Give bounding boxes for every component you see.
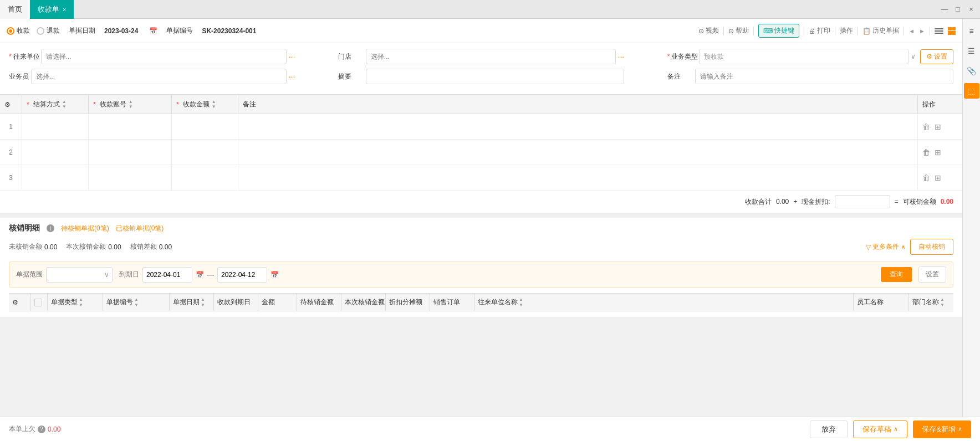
delete-btn-1[interactable]: 🗑	[922, 122, 930, 131]
bottom-th-dept: 部门名称 ▲▼	[909, 294, 953, 311]
done-tab[interactable]: 已核销单据(0笔)	[116, 224, 164, 233]
history-btn[interactable]: 📋 历史单据	[862, 26, 899, 35]
date-value: 2023-03-24	[104, 27, 138, 35]
date-from-input[interactable]	[142, 267, 192, 283]
main-content: 收款 退款 单据日期 2023-03-24 📅 单据编号 SK-20230324…	[0, 19, 962, 417]
tab-home[interactable]: 首页	[0, 0, 30, 19]
list-view-icon[interactable]	[935, 27, 943, 35]
sort-date-icon: ▲▼	[201, 297, 205, 307]
footer-btns: 放弃 保存草稿 ∧ 保存&新增 ∧	[810, 421, 971, 438]
bottom-th-pending: 待核销金额	[297, 294, 341, 311]
panel-btn-2[interactable]: ☰	[964, 43, 979, 59]
auto-verify-btn[interactable]: 自动核销	[910, 239, 953, 255]
form-row-2: 业务员 ··· 摘要 备注	[9, 69, 953, 84]
filter-settings-btn[interactable]: 设置	[918, 266, 946, 283]
row-3-amount[interactable]	[172, 165, 238, 190]
window-close-btn[interactable]: ×	[967, 5, 976, 14]
salesperson-more-btn[interactable]: ···	[289, 72, 295, 81]
sort-counterparty-icon: ▲▼	[519, 297, 523, 307]
range-field: 单据范围 ∨	[16, 267, 113, 283]
print-btn[interactable]: 🖨 打印	[809, 26, 830, 35]
row-2-account[interactable]	[89, 140, 172, 165]
stat-info-icon[interactable]: ?	[38, 425, 45, 433]
nav-next-btn[interactable]: ►	[919, 28, 925, 34]
draft-arrow-icon: ∧	[894, 425, 898, 433]
panel-btn-attachment[interactable]: 📎	[964, 63, 979, 79]
more-conditions-btn[interactable]: ▽ 更多条件 ∧	[866, 242, 906, 252]
th-operations: 操作	[918, 95, 962, 114]
query-btn[interactable]: 查询	[881, 267, 912, 282]
discount-input[interactable]	[835, 195, 890, 208]
store-more-btn[interactable]: ···	[618, 52, 625, 61]
save-new-btn[interactable]: 保存&新增 ∧	[913, 421, 971, 438]
row-1-remarks[interactable]	[238, 114, 918, 139]
calendar-icon[interactable]: 📅	[149, 27, 157, 35]
row-2-settlement[interactable]	[22, 140, 89, 165]
row-3-account[interactable]	[89, 165, 172, 190]
row-1-settlement[interactable]	[22, 114, 89, 139]
action-btns-1: 🗑 ⊞	[922, 122, 941, 131]
salesperson-input[interactable]	[31, 69, 287, 84]
row-num-2: 2	[0, 140, 22, 165]
pending-tab[interactable]: 待核销单据(0笔)	[61, 224, 109, 233]
calendar-to-icon[interactable]: 📅	[270, 271, 279, 279]
copy-btn-1[interactable]: ⊞	[935, 122, 941, 131]
range-select[interactable]	[46, 267, 113, 283]
tab-receipt[interactable]: 收款单 ×	[30, 0, 74, 19]
copy-btn-2[interactable]: ⊞	[935, 148, 941, 157]
bottom-th-current: 本次核销金额	[341, 294, 386, 311]
copy-btn-3[interactable]: ⊞	[935, 173, 941, 182]
window-minimize-btn[interactable]: —	[940, 5, 949, 14]
business-type-dropdown-icon[interactable]: ∨	[911, 53, 916, 60]
radio-refund[interactable]: 退款	[37, 26, 60, 35]
row-2-amount[interactable]	[172, 140, 238, 165]
plus-sign: +	[793, 198, 797, 206]
settings-btn[interactable]: ⚙ 设置	[920, 49, 953, 64]
th-gear[interactable]: ⚙	[0, 95, 22, 114]
th-account: * 收款账号 ▲▼	[89, 95, 172, 114]
panel-btn-1[interactable]: ≡	[964, 23, 979, 39]
delete-btn-2[interactable]: 🗑	[922, 148, 930, 157]
current-label: 本次核销金额	[66, 242, 106, 252]
business-type-input[interactable]	[699, 49, 908, 64]
save-draft-btn[interactable]: 保存草稿 ∧	[853, 421, 907, 438]
action-btns-3: 🗑 ⊞	[922, 173, 941, 182]
remarks-input[interactable]	[695, 69, 953, 84]
row-1-amount[interactable]	[172, 114, 238, 139]
help-btn[interactable]: ⊙ 帮助	[728, 26, 749, 35]
counterparty-input[interactable]	[41, 49, 287, 64]
select-all-checkbox[interactable]	[34, 299, 42, 306]
bottom-th-gear[interactable]: ⚙	[9, 294, 31, 311]
radio-receipt-dot	[7, 27, 14, 35]
settings-button[interactable]: ⚙ 设置	[920, 49, 953, 64]
discard-btn[interactable]: 放弃	[810, 421, 848, 438]
info-icon[interactable]: i	[47, 224, 54, 232]
calendar-from-icon[interactable]: 📅	[196, 271, 204, 279]
tab-close-icon[interactable]: ×	[63, 0, 66, 19]
shortcut-icon: ⌨	[763, 27, 773, 35]
panel-btn-preview[interactable]: ⬚	[964, 83, 979, 99]
delete-btn-3[interactable]: 🗑	[922, 173, 930, 182]
date-to-input[interactable]	[217, 267, 267, 283]
grid-view-icon[interactable]	[948, 27, 956, 35]
window-controls: — □ ×	[940, 5, 980, 14]
video-btn[interactable]: ⊙ 视频	[698, 26, 719, 35]
counterparty-more-btn[interactable]: ···	[289, 52, 295, 61]
nav-prev-btn[interactable]: ◄	[908, 28, 915, 34]
remarks-field: 备注	[667, 69, 953, 84]
row-3-settlement[interactable]	[22, 165, 89, 190]
row-1-account[interactable]	[89, 114, 172, 139]
summary-input[interactable]	[366, 69, 624, 84]
tab-home-label: 首页	[8, 0, 22, 19]
bottom-table-header: ⚙ 单据类型 ▲▼ 单据编号 ▲▼ 单据日期 ▲▼	[9, 293, 953, 311]
row-2-remarks[interactable]	[238, 140, 918, 165]
row-3-remarks[interactable]	[238, 165, 918, 190]
window-maximize-btn[interactable]: □	[953, 5, 962, 14]
radio-refund-label: 退款	[47, 26, 60, 35]
shortcut-btn[interactable]: ⌨ 快捷键	[758, 24, 799, 38]
net-value: 0.00	[941, 198, 953, 206]
operations-btn[interactable]: 操作	[840, 26, 853, 35]
bottom-th-date: 单据日期 ▲▼	[170, 294, 214, 311]
radio-receipt[interactable]: 收款	[7, 26, 30, 35]
store-input[interactable]	[366, 49, 616, 64]
